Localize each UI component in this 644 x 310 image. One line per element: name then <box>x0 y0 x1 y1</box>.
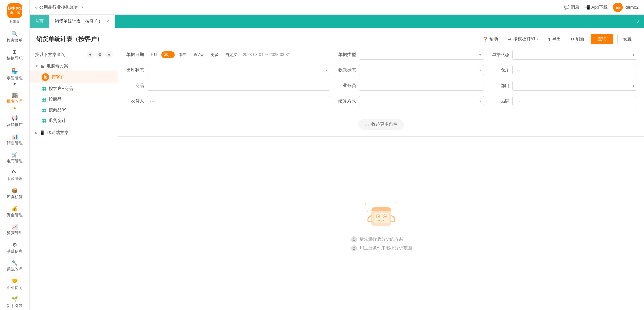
order-type-field: 单据类型 ▾ <box>337 50 484 60</box>
sidebar-item-wholesale[interactable]: 🏬 批发管理 ▴ <box>0 89 29 112</box>
message-button[interactable]: 💬 消息 <box>564 4 579 10</box>
order-type-arrow: ▾ <box>479 53 481 57</box>
dept-field: 部门 ▾ <box>491 81 637 91</box>
sidebar-item-quick-nav[interactable]: ⊞ 快捷导航 <box>0 46 29 64</box>
sidebar-item-basic-label: 基础信息 <box>7 249 23 254</box>
shortcut-last-month[interactable]: 上月 <box>147 51 160 58</box>
export-label: 导出 <box>552 36 561 42</box>
scheme-icon-return: ▦ <box>42 118 46 123</box>
hint-text-2: 用过滤条件来缩小分析范围 <box>360 245 412 251</box>
ecommerce-icon: 🛒 <box>11 151 18 158</box>
user-area[interactable]: Ea demo2 <box>613 3 639 12</box>
download-icon: 📲 <box>585 5 590 10</box>
sidebar-item-purchase-label: 采购管理 <box>7 176 23 182</box>
minimize-icon[interactable]: — <box>628 19 632 24</box>
mobile-group-arrow: ▶ <box>35 131 38 135</box>
main-area: 办公用品行业模拟账套 ▾ 💬 消息 📲 App下载 Ea demo2 首页 <box>30 0 644 310</box>
industry-dropdown[interactable]: ▾ <box>81 5 83 10</box>
out-status-label: 出库状态 <box>125 67 144 73</box>
sidebar-item-purchase[interactable]: 🛍 采购管理 <box>0 167 29 185</box>
query-button[interactable]: 查询 <box>591 34 613 44</box>
tab-active[interactable]: 销货单统计表（按客户） × <box>49 15 115 28</box>
scheme-item-by-customer-goods-label: 按客户+商品 <box>49 86 73 92</box>
sidebar-item-retail[interactable]: 🏪 零售管理 ▾ <box>0 65 29 89</box>
warehouse-select[interactable]: ··· <box>512 65 637 75</box>
sidebar-item-marketing[interactable]: 📢 营销推广 <box>0 112 29 131</box>
scheme-item-by-goods-99-label: 按商品99 <box>49 107 66 113</box>
sidebar-item-basic[interactable]: ⚙ 基础信息 <box>0 239 29 257</box>
desktop-group-icon: 🖥 <box>40 64 45 69</box>
salesman-label: 业务员 <box>337 83 356 89</box>
tab-maximize-area: — ⤢ <box>624 19 644 24</box>
help-button[interactable]: ❓ 帮助 <box>480 35 501 43</box>
dept-arrow: ▾ <box>633 84 634 88</box>
filter-section: 按以下方案查询 + ⚙ « ▼ 🖥 电脑端方案 <box>30 44 644 310</box>
export-button[interactable]: ⬆ 导出 <box>545 35 564 43</box>
settings-button[interactable]: 设置 <box>617 34 637 44</box>
shortcut-this-month[interactable]: 本月 <box>161 51 175 58</box>
filter-form: 单据日期 上月 本月 本年 近7天 更多 自定义 <box>118 44 644 117</box>
app-download-button[interactable]: 📲 App下载 <box>585 4 608 10</box>
scheme-item-return-stats[interactable]: ▦ 退货统计 <box>30 115 118 126</box>
collapse-label: 收起更多条件 <box>371 121 397 127</box>
basic-icon: ⚙ <box>12 242 17 248</box>
scheme-sidebar-title: 按以下方案查询 <box>35 52 65 58</box>
sidebar-item-ecommerce-label: 电商管理 <box>7 158 23 164</box>
collect-status-label: 收款状态 <box>337 67 356 73</box>
sidebar-item-system[interactable]: 🔧 系统管理 <box>0 257 29 275</box>
order-type-select[interactable]: ▾ <box>359 50 484 60</box>
scheme-item-by-customer-goods[interactable]: ▦ 按客户+商品 <box>30 83 118 94</box>
scheme-sidebar: 按以下方案查询 + ⚙ « ▼ 🖥 电脑端方案 <box>30 44 118 310</box>
empty-hint-1: 1 请先选择要分析的方案 <box>351 236 403 242</box>
shortcut-7days[interactable]: 近7天 <box>191 51 207 58</box>
desktop-group-label: 电脑端方案 <box>47 63 68 69</box>
shortcut-this-year[interactable]: 本年 <box>176 51 190 58</box>
sidebar-item-newbie[interactable]: 🌱 新手引导 <box>0 293 29 310</box>
collect-status-select[interactable]: ▾ <box>359 65 484 75</box>
warehouse-field: 仓库 ··· <box>491 65 637 75</box>
retail-collapse-icon: ▾ <box>14 82 16 86</box>
goods-select[interactable]: ··· <box>147 81 330 91</box>
sidebar-item-enterprise[interactable]: 🤝 企业协同 <box>0 275 29 293</box>
settings-scheme-button[interactable]: ⚙ <box>96 51 103 58</box>
maximize-icon[interactable]: ⤢ <box>636 19 640 24</box>
empty-state: ✦ ✦ ✦ 1 请先选择要分析的方案 <box>118 137 644 310</box>
collapse-scheme-button[interactable]: « <box>105 51 113 58</box>
filter-main: 单据日期 上月 本月 本年 近7天 更多 自定义 <box>118 44 644 310</box>
dept-select[interactable]: ▾ <box>512 81 637 91</box>
collapse-button[interactable]: ︿ 收起更多条件 <box>358 119 404 130</box>
refresh-button[interactable]: ↻ 刷新 <box>568 35 587 43</box>
sidebar-item-inventory-label: 库存核算 <box>7 194 23 200</box>
tab-home[interactable]: 首页 <box>30 15 49 28</box>
settle-select[interactable]: ▾ <box>359 96 484 106</box>
shortcut-more[interactable]: 更多 <box>208 51 221 58</box>
mobile-group-title[interactable]: ▶ 📱 移动端方案 <box>30 127 118 138</box>
add-scheme-button[interactable]: + <box>87 51 94 58</box>
brand-select[interactable]: ··· <box>512 96 637 106</box>
mobile-group-icon: 📱 <box>40 130 45 135</box>
shortcut-custom[interactable]: 自定义 <box>223 51 240 58</box>
finance-icon: 💰 <box>11 205 18 212</box>
order-status-select[interactable]: ▾ <box>512 50 637 60</box>
inventory-icon: 📦 <box>11 187 18 194</box>
sidebar-item-ecommerce[interactable]: 🛒 电商管理 <box>0 149 29 167</box>
print-button[interactable]: 🖨 按模板打印 ▾ <box>505 35 541 43</box>
out-status-field: 出库状态 ▾ <box>125 65 330 75</box>
scheme-item-by-customer[interactable]: 按 按客户 <box>30 71 118 83</box>
enterprise-icon: 🤝 <box>11 278 18 284</box>
desktop-group-title[interactable]: ▼ 🖥 电脑端方案 <box>30 61 118 71</box>
salesman-select[interactable]: ··· <box>359 81 484 91</box>
scheme-item-by-goods-99[interactable]: ▦ 按商品99 <box>30 105 118 115</box>
active-tab-label: 销货单统计表（按客户） <box>55 18 103 24</box>
empty-hint-2: 2 用过滤条件来缩小分析范围 <box>351 245 412 251</box>
sidebar-item-inventory[interactable]: 📦 库存核算 <box>0 185 29 203</box>
sidebar-item-finance[interactable]: 💰 资金管理 <box>0 203 29 221</box>
sidebar-item-operation[interactable]: 📈 经营管理 <box>0 221 29 239</box>
scheme-item-by-goods[interactable]: ▦ 按商品 <box>30 94 118 105</box>
out-status-select[interactable]: ▾ <box>147 65 330 75</box>
sidebar-item-search[interactable]: 🔍 搜索菜单 <box>0 28 29 46</box>
tab-close-icon[interactable]: × <box>107 19 109 24</box>
scheme-sidebar-header: 按以下方案查询 + ⚙ « <box>30 48 118 61</box>
sidebar-item-sales[interactable]: 📊 销售管理 <box>0 131 29 149</box>
receiver-select[interactable]: ··· <box>147 96 330 106</box>
